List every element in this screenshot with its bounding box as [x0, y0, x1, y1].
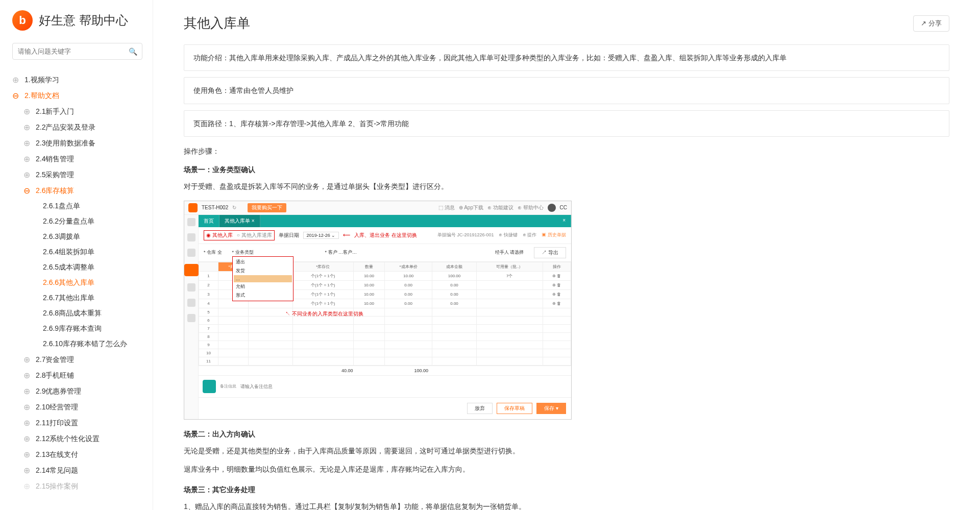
table-row: 5 [199, 308, 571, 316]
sm-date-field: 2019-12-26 ⌄ [303, 232, 339, 239]
nav-265[interactable]: 2.6.5成本调整单 [35, 260, 142, 275]
scene1-title: 场景一：业务类型确认 [184, 165, 949, 175]
table-row: 11 [199, 357, 571, 365]
nav-266[interactable]: 2.6.6其他入库单 [35, 275, 142, 290]
main-content: 其他入库单 ↗分享 功能介绍：其他入库单用来处理除采购入库、产成品入库之外的其他… [153, 0, 980, 510]
nav-video[interactable]: ⊕1.视频学习 [12, 72, 142, 88]
sm-filter-row: * 仓库 全 * 业务类型 通出 发货 … 允销 形式 * 客户 …客户… [199, 244, 571, 262]
info-box-intro: 功能介绍：其他入库单用来处理除采购入库、产成品入库之外的其他入库业务，因此其他入… [184, 44, 949, 71]
info-box-path: 页面路径：1、库存核算->库存管理->其他入库单 2、首页->常用功能 [184, 110, 949, 137]
nav-2-11[interactable]: ⊕2.11打印设置 [23, 415, 142, 431]
info-box-role: 使用角色：通常由仓管人员维护 [184, 77, 949, 104]
sm-summary: 40.00 100.00 [199, 366, 571, 375]
sidebar: b 好生意 帮助中心 🔍 ⊕1.视频学习 ⊖2.帮助文档 ⊕2.1新手入门 ⊕2… [0, 0, 153, 510]
refresh-icon: ↻ [232, 205, 236, 210]
sm-tab-home: 首页 [199, 215, 219, 227]
nav-root: ⊕1.视频学习 ⊖2.帮助文档 ⊕2.1新手入门 ⊕2.2产品安装及登录 ⊕2.… [12, 72, 142, 494]
sm-th-idx [199, 262, 218, 271]
nav-2-4[interactable]: ⊕2.4销售管理 [23, 151, 142, 167]
nav-2-6[interactable]: ⊖2.6库存核算 [23, 183, 142, 199]
sm-wh: * 仓库 全 [204, 249, 222, 256]
sm-cancel-btn: 放弃 [467, 403, 493, 414]
sm-nav-icon [187, 283, 195, 292]
sm-toplink: ⊕ App下载 [459, 204, 483, 211]
table-row: 10 [199, 349, 571, 357]
sm-hl: ▣ 历史单据 [542, 232, 566, 238]
brand-title: 好生意 帮助中心 [39, 12, 128, 29]
nav-2-14[interactable]: ⊕2.14常见问题 [23, 463, 142, 478]
sm-billno: 单据编号 JC-20191226-001 [437, 232, 494, 238]
info-text: 1、库存核算->库存管理->其他入库单 2、首页->常用功能 [229, 119, 409, 128]
nav-2-8[interactable]: ⊕2.8手机旺铺 [23, 368, 142, 383]
plus-icon: ⊕ [23, 402, 32, 412]
nav-263[interactable]: 2.6.3调拨单 [35, 229, 142, 245]
sm-remark-row: 备注信息 [199, 375, 571, 397]
sm-header: ◉ 其他入库 ○ 其他入库退库 单据日期 2019-12-26 ⌄ ⟵ 入库、退… [199, 227, 571, 244]
logo-icon: b [12, 10, 33, 31]
nav-264[interactable]: 2.6.4组装拆卸单 [35, 245, 142, 260]
sm-radio1: ◉ 其他入库 [206, 232, 233, 239]
plus-icon: ⊕ [23, 154, 32, 164]
plus-icon: ⊕ [23, 434, 32, 444]
scene1-text: 对于受赠、盘盈或是拆装入库等不同的业务，是通过单据头【业务类型】进行区分。 [184, 180, 949, 193]
sm-dd-item: 允销 [234, 282, 292, 291]
sm-sum2: 100.00 [414, 368, 429, 373]
nav-261[interactable]: 2.6.1盘点单 [35, 199, 142, 214]
sm-dd-item: 通出 [234, 258, 292, 266]
minus-icon: ⊖ [12, 91, 20, 101]
nav-2-2[interactable]: ⊕2.2产品安装及登录 [23, 119, 142, 135]
sm-dropdown: 通出 发货 … 允销 形式 [232, 256, 293, 301]
nav-2-7[interactable]: ⊕2.7资金管理 [23, 352, 142, 368]
annotation-arrow: ⟵ [343, 232, 350, 238]
nav-2-3[interactable]: ⊕2.3使用前数据准备 [23, 135, 142, 151]
plus-icon: ⊕ [23, 386, 32, 396]
nav-2-13[interactable]: ⊕2.13在线支付 [23, 447, 142, 463]
nav-262[interactable]: 2.6.2分量盘点单 [35, 214, 142, 229]
info-label: 页面路径： [193, 119, 229, 128]
sm-th: 数量 [353, 262, 384, 271]
sm-remark-input [240, 384, 567, 389]
share-button[interactable]: ↗分享 [913, 15, 949, 32]
info-label: 功能介绍： [193, 54, 229, 62]
nav-2-1[interactable]: ⊕2.1新手入门 [23, 104, 142, 119]
sm-logo-icon [188, 203, 198, 212]
sm-buy-button: 我要购买一下 [248, 203, 286, 212]
nav-sub2: 2.6.1盘点单 2.6.2分量盘点单 2.6.3调拨单 2.6.4组装拆卸单 … [23, 199, 142, 352]
sm-nav-icon [187, 249, 195, 257]
close-icon: × [557, 215, 571, 227]
info-label: 使用角色： [193, 86, 229, 94]
search-icon[interactable]: 🔍 [129, 47, 137, 56]
nav-2610[interactable]: 2.6.10库存账本错了怎么办 [35, 336, 142, 352]
plus-icon: ⊕ [23, 107, 32, 116]
sm-export-btn: ↗ 导出 [534, 247, 566, 258]
nav-269[interactable]: 2.6.9库存账本查询 [35, 321, 142, 336]
plus-icon: ⊕ [12, 75, 20, 85]
sm-tabs: 首页 其他入库单 × × [199, 215, 571, 227]
nav-docs[interactable]: ⊖2.帮助文档 [12, 88, 142, 104]
plus-icon: ⊕ [23, 466, 32, 475]
share-icon: ↗ [921, 19, 926, 27]
search-input[interactable] [12, 43, 142, 60]
annotation-text-2: ↖ 不同业务的入库类型在这里切换 [285, 310, 363, 318]
sm-th: *成本单价 [385, 262, 432, 271]
sm-nav-icon [187, 233, 195, 241]
nav-2-12[interactable]: ⊕2.12系统个性化设置 [23, 431, 142, 447]
sm-biztype-label: * 业务类型 [232, 250, 254, 255]
nav-2-5[interactable]: ⊕2.5采购管理 [23, 167, 142, 183]
table-row: 9 [199, 341, 571, 349]
plus-icon: ⊕ [23, 481, 32, 491]
nav-2-9[interactable]: ⊕2.9优惠券管理 [23, 383, 142, 399]
nav-267[interactable]: 2.6.7其他出库单 [35, 290, 142, 306]
sm-th: 可用量（批..） [476, 262, 543, 271]
sm-topbar: TEST-H002 ↻ 我要购买一下 ⬚ 消息 ⊕ App下载 ⊕ 功能建议 ⊕… [184, 201, 571, 215]
table-row: 6 [199, 316, 571, 324]
sm-hl: ⊕ 快捷键 [499, 232, 518, 238]
sm-toplink: ⊕ 帮助中心 [518, 204, 544, 211]
nav-2-15[interactable]: ⊕2.15操作案例 [23, 478, 142, 494]
plus-icon: ⊕ [23, 170, 32, 180]
plus-icon: ⊕ [23, 418, 32, 428]
scene3-p1: 1、赠品入库的商品直接转为销售。通过工具栏【复制/复制为销售单】功能，将单据信息… [184, 500, 949, 510]
sm-remark-label: 备注信息 [220, 383, 236, 389]
nav-268[interactable]: 2.6.8商品成本重算 [35, 306, 142, 321]
nav-2-10[interactable]: ⊕2.10经营管理 [23, 399, 142, 415]
